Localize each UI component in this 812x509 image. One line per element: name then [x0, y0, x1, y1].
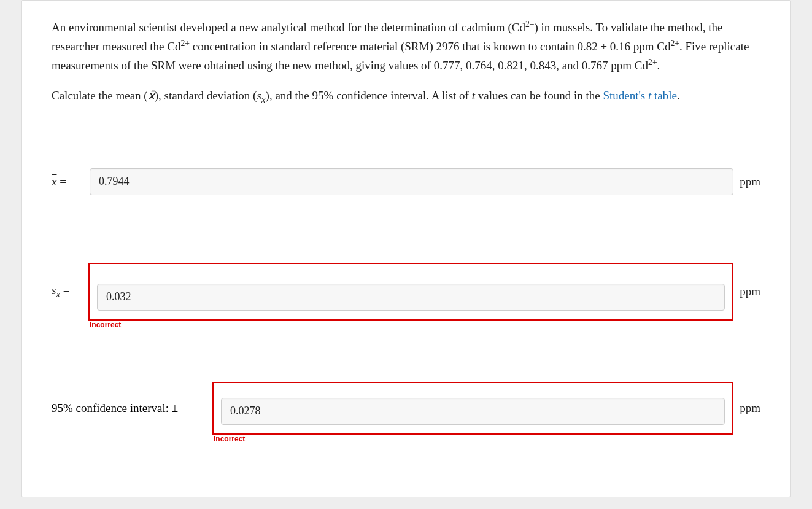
s-sub-x: x [56, 289, 60, 299]
superscript: 2+ [670, 39, 679, 48]
mean-input-wrap [90, 168, 733, 195]
ci-unit: ppm [733, 402, 760, 415]
sd-unit: ppm [733, 285, 760, 298]
question-paragraph-2: Calculate the mean (x̄), standard deviat… [52, 87, 760, 106]
ci-incorrect-label: Incorrect [214, 435, 245, 443]
mean-unit: ppm [733, 175, 760, 188]
text: An environmental scientist developed a n… [52, 21, 525, 34]
symbol-sub-x: x [261, 94, 266, 104]
text: Calculate the mean ( [52, 89, 148, 102]
answer-row-mean: x = ppm [52, 168, 760, 195]
sd-incorrect-box: Incorrect [88, 263, 733, 321]
sd-input[interactable] [97, 284, 725, 311]
answer-row-ci: 95% confidence interval: ± Incorrect ppm [52, 382, 760, 435]
text: ), standard deviation ( [155, 89, 257, 102]
text: ), and the 95% confidence interval. A li… [266, 89, 472, 102]
equals: = [56, 175, 66, 188]
sd-incorrect-label: Incorrect [90, 321, 121, 329]
ci-label: 95% confidence interval: ± [52, 402, 212, 415]
sd-label: sx = [52, 284, 88, 300]
superscript: 2+ [648, 58, 657, 67]
symbol-s: s [257, 89, 261, 102]
answer-row-sd: sx = Incorrect ppm [52, 263, 760, 321]
ci-input[interactable] [221, 398, 725, 425]
text: values can be found in the [475, 89, 603, 102]
link-text: table [651, 89, 677, 102]
link-text: Student's [603, 89, 648, 102]
question-paragraph-1: An environmental scientist developed a n… [52, 18, 760, 74]
symbol-xbar: x̄ [148, 89, 155, 102]
students-t-table-link[interactable]: Student's t table [603, 89, 677, 102]
mean-input[interactable] [90, 168, 733, 195]
question-card: An environmental scientist developed a n… [21, 0, 791, 497]
text: . [657, 59, 660, 72]
text: . [677, 89, 680, 102]
superscript: 2+ [180, 39, 190, 48]
text: concentration in standard reference mate… [190, 40, 670, 53]
mean-label: x = [52, 175, 72, 188]
superscript: 2+ [525, 20, 535, 29]
ci-incorrect-box: Incorrect [212, 382, 733, 435]
equals: = [60, 284, 69, 297]
